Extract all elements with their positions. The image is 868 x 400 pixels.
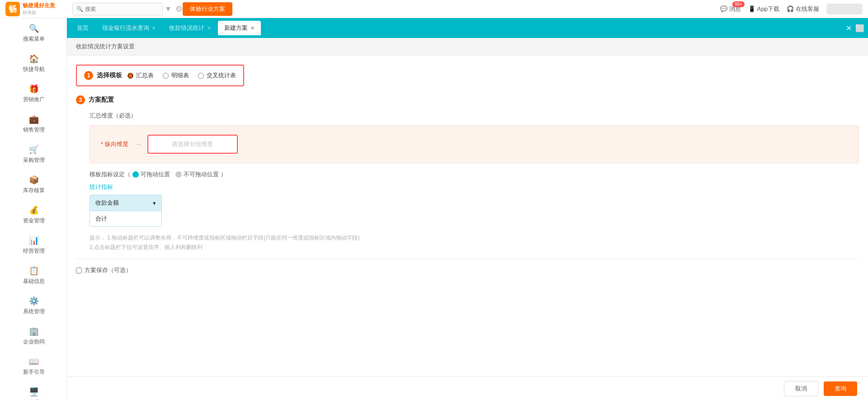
draggable-indicator [132,171,139,178]
sidebar-item-inventory[interactable]: 📦 库存核算 [0,169,66,200]
sidebar-item-collab[interactable]: 🏢 企业协同 [0,321,66,351]
message-action[interactable]: 💬 消息 99+ [720,5,741,13]
metrics-dropdown-icon[interactable]: ▾ [153,200,156,207]
radio-summary-label: 汇总表 [136,71,154,80]
section2-num: 2 [76,95,85,104]
marketing-icon: 🎁 [29,84,39,94]
query-button[interactable]: 查询 [824,381,857,396]
template-selection-box: 1 选择模板 汇总表 明细表 [76,65,244,86]
metrics-config-label: 模板指标设定（ [90,170,131,179]
settings-icon[interactable]: ⚙ [175,4,183,14]
save-checkbox-input[interactable] [76,268,82,273]
tab-receiptstats-close[interactable]: × [207,24,211,32]
breadcrumb: 收款情况统计方案设置 [76,43,135,50]
metrics-table: 收款金额 ▾ 合计 [90,195,162,227]
sidebar: 🔍 搜索菜单 🏠 快捷导航 🎁 营销推广 💼 销售管理 🛒 采购管理 📦 [0,18,67,400]
tab-cashflow-close[interactable]: × [152,24,156,32]
section-divider [76,259,859,259]
tab-newplan-label: 新建方案 [224,24,248,32]
service-action[interactable]: 🎧 在线客服 [787,5,819,13]
sidebar-item-system[interactable]: ⚙️ 系统管理 [0,291,66,321]
sidebar-item-marketing[interactable]: 🎁 营销推广 [0,79,66,109]
tab-home[interactable]: 首页 [71,21,95,35]
draggable-label: 可拖动位置 [141,170,170,179]
sidebar-item-finance[interactable]: 💰 资金管理 [0,200,66,230]
arrow-icon: → [134,140,142,149]
sidebar-item-label: 经营管理 [23,247,45,255]
sidebar-item-basicinfo[interactable]: 📋 基础信息 [0,260,66,291]
template-radio-group: 汇总表 明细表 交叉统计表 [127,71,236,80]
section1: 1 选择模板 汇总表 明细表 [76,65,859,86]
non-draggable-indicator [175,171,182,178]
sidebar-item-label: 采购管理 [23,156,45,164]
user-avatar[interactable] [826,4,863,14]
tab-newplan[interactable]: 新建方案 × [218,21,260,35]
sidebar-item-label: 快捷导航 [23,66,45,73]
message-icon: 💬 [720,5,727,12]
section2-header: 2 方案配置 [76,95,859,104]
dimension-selector[interactable]: 请选择分组维度 [147,135,238,154]
sidebar-item-search[interactable]: 🔍 搜索菜单 [0,18,66,48]
tabs-bar: 首页 现金银行流水查询 × 收款情况统计 × 新建方案 × ✕ ⬜ [67,18,868,38]
save-checkbox[interactable]: 方案保存（可选） [76,266,859,274]
inventory-icon: 📦 [29,175,39,185]
sidebar-item-sales[interactable]: 💼 销售管理 [0,109,66,139]
sidebar-item-purchase[interactable]: 🛒 采购管理 [0,139,66,169]
radio-crosstab[interactable]: 交叉统计表 [198,71,236,80]
sidebar-item-label: 搜索菜单 [23,35,45,43]
section1-header: 1 选择模板 [84,71,122,80]
metrics-header-row[interactable]: 收款金额 ▾ [90,195,161,211]
tips-row-1: 提示： 1.拖动标题栏可以调整布局，不可跨维度或指标区域拖动栏目字段(只能在同一… [90,234,859,242]
tab-newplan-close[interactable]: × [250,24,254,32]
logo-text: 畅捷通好生意 标准版 [23,2,55,16]
search-dropdown-icon[interactable]: ▼ [165,5,172,13]
home-icon: 🏠 [29,54,39,64]
tips-row-2: 2.点击标题栏下拉可设置排序、插入列和删除列 [90,244,859,251]
sidebar-item-operations[interactable]: 📊 经营管理 [0,230,66,260]
guide-icon: 📖 [29,357,39,367]
page-header: 收款情况统计方案设置 [67,38,868,56]
search-input[interactable] [85,6,148,12]
download-label: App下载 [757,5,779,13]
metrics-section: 统计指标 收款金额 ▾ 合计 [90,183,859,227]
tab-cashflow-label: 现金银行流水查询 [102,24,149,32]
tab-cashflow[interactable]: 现金银行流水查询 × [96,21,162,35]
section2-title: 方案配置 [89,96,114,104]
close-window-icon[interactable]: ✕ [846,24,852,33]
sidebar-item-label: 营销推广 [23,96,45,104]
sidebar-item-quicknav[interactable]: 🏠 快捷导航 [0,48,66,79]
sidebar-item-label: 销售管理 [23,126,45,134]
tips-area: 提示： 1.拖动标题栏可以调整布局，不可跨维度或指标区域拖动栏目字段(只能在同一… [90,234,859,251]
non-draggable-label: 不可拖动位置 [184,170,219,179]
section1-title: 选择模板 [97,71,122,80]
system-icon: ⚙️ [29,296,39,306]
sidebar-item-hardware[interactable]: 🖥️ 智能硬件 [0,381,66,400]
logo-icon: 畅 [5,2,20,16]
maximize-icon[interactable]: ⬜ [855,24,864,33]
metrics-section-title: 统计指标 [90,183,859,191]
non-draggable-toggle: 不可拖动位置 ） [175,170,226,179]
radio-summary[interactable]: 汇总表 [127,71,154,80]
metrics-config-label-row: 模板指标设定（ 可拖动位置 不可拖动位置 ） [90,170,859,179]
sidebar-item-label: 系统管理 [23,308,45,315]
download-action[interactable]: 📱 App下载 [748,5,779,13]
content-area: 首页 现金银行流水查询 × 收款情况统计 × 新建方案 × ✕ ⬜ [67,18,868,400]
dimension-area: * 纵向维度 → 请选择分组维度 [90,125,859,163]
top-bar: 畅 畅捷通好生意 标准版 🔍 ▼ ⚙ 体验行业方案 💬 消息 99+ 📱 App… [0,0,868,18]
search-nav-icon: 🔍 [29,24,39,33]
cancel-button[interactable]: 取消 [784,381,818,396]
save-checkbox-label: 方案保存（可选） [85,266,132,274]
trial-button[interactable]: 体验行业方案 [183,2,232,16]
save-section: 方案保存（可选） [76,266,859,274]
tab-home-label: 首页 [77,24,89,32]
tab-receiptstats[interactable]: 收款情况统计 × [163,21,217,35]
search-box[interactable]: 🔍 [72,3,163,15]
sidebar-item-label: 企业协同 [23,338,45,346]
sidebar-item-guide[interactable]: 📖 新手引导 [0,351,66,381]
radio-detail-label: 明细表 [171,71,189,80]
basicinfo-icon: 📋 [29,266,39,276]
metrics-total-row: 合计 [90,211,161,226]
sidebar-item-label: 基础信息 [23,278,45,285]
service-label: 在线客服 [796,5,819,13]
radio-detail[interactable]: 明细表 [163,71,189,80]
